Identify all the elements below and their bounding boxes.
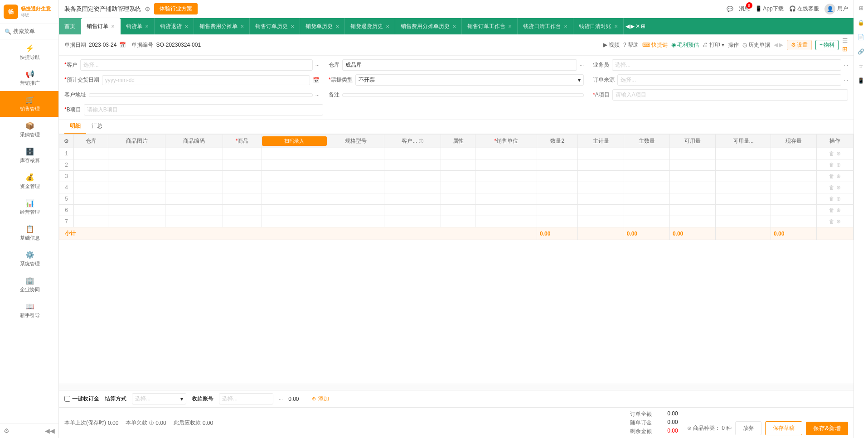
right-panel-btn-5[interactable]: ☆ [855,60,868,72]
add-materials-btn[interactable]: + 物料 [815,40,839,50]
delete-icon[interactable]: 🗑 [829,150,834,157]
account-more-btn[interactable]: ··· [279,396,283,402]
sidebar-item-basic[interactable]: 📋 基础信息 [0,220,58,246]
copy-icon[interactable]: ⊕ [836,173,841,179]
view-mode-btns[interactable]: ☰ ⊞ [842,37,848,53]
tab-summary[interactable]: 汇总 [86,120,108,134]
account-select[interactable]: 选择... [219,393,273,404]
copy-icon[interactable]: ⊕ [836,150,841,157]
copy-icon[interactable]: ⊕ [836,162,841,168]
tab-close-icon[interactable]: ✕ [145,24,149,29]
payment-method-select[interactable]: 选择... ▾ [132,393,186,404]
sidebar-item-sales[interactable]: 🛒 销售管理 [0,91,58,117]
delete-icon[interactable]: 🗑 [829,196,834,202]
right-panel-btn-3[interactable]: 📄 [855,31,868,43]
b-project-input[interactable]: 请输入B项目 [84,104,323,116]
expand-icon[interactable]: ⊞ [641,23,645,29]
customer-more-btn[interactable]: ··· [315,63,320,68]
sidebar-item-purchase[interactable]: 📦 采购管理 [0,117,58,143]
right-panel-btn-6[interactable]: 📱 [855,74,868,87]
tab-close-icon[interactable]: ✕ [386,24,389,29]
sidebar-search[interactable]: 🔍 搜索菜单 [0,24,58,39]
right-panel-btn-4[interactable]: 🔗 [855,45,868,58]
tab-cash-workbench[interactable]: 钱货日清工作台 ✕ [518,18,573,34]
discard-btn[interactable]: 放弃 [735,421,761,435]
tab-sales-order[interactable]: 销售订单 ✕ [81,18,121,34]
tab-close-icon[interactable]: ✕ [564,24,567,29]
list-view-icon[interactable]: ☰ [842,37,848,44]
invoice-select[interactable]: 不开票 ▾ [355,74,584,86]
online-support-btn[interactable]: 🎧 在线客服 [789,5,819,13]
tab-home[interactable]: 首页 [59,18,81,34]
message-btn[interactable]: 💬 9 消息 [727,5,750,13]
tab-detail[interactable]: 明细 [64,120,86,134]
delete-icon[interactable]: 🗑 [829,218,834,225]
tab-sales-return[interactable]: 销货退货 ✕ [155,18,194,34]
copy-icon[interactable]: ⊕ [836,184,841,191]
add-settle-btn[interactable]: ⊕ 添加 [312,395,329,403]
horizontal-scrollbar[interactable] [59,384,853,390]
tab-order-workbench[interactable]: 销售订单工作台 ✕ [462,18,518,34]
view-btn[interactable]: ▶ 视频 [603,41,620,49]
shortcut-btn[interactable]: ⌨ 快捷键 [642,41,668,49]
settings-btn[interactable]: ⚙ 设置 [787,40,812,50]
copy-icon[interactable]: ⊕ [836,218,841,225]
tab-sales-order-history[interactable]: 销售订单历史 ✕ [250,18,300,34]
tab-close-icon[interactable]: ✕ [111,24,115,29]
tab-return-history[interactable]: 销货退货历史 ✕ [345,18,395,34]
one-click-checkbox-input[interactable] [64,396,70,402]
close-all-icon[interactable]: ✕ [635,23,640,29]
tabbar-nav[interactable]: ◀ ▶ ✕ ⊞ [624,23,647,29]
tab-close-icon[interactable]: ✕ [508,24,512,29]
ops-btn[interactable]: 操作 [728,41,739,49]
help-btn[interactable]: ? 帮助 [623,41,639,49]
sidebar-settings-btn[interactable]: ⚙ [4,427,10,434]
save-draft-btn[interactable]: 保存草稿 [765,421,802,435]
tab-expense-history[interactable]: 销售费用分摊单历史 ✕ [395,18,462,34]
tab-close-icon[interactable]: ✕ [335,24,339,29]
calendar-small-icon[interactable]: 📅 [313,77,320,83]
delete-icon[interactable]: 🗑 [829,184,834,191]
chevron-right-icon[interactable]: ▶ [630,23,635,29]
staff-input[interactable]: 选择... [612,59,841,71]
one-click-checkbox[interactable]: 一键收订金 [64,395,99,403]
history-btn[interactable]: ◷ 历史单据 [742,41,770,49]
sidebar-item-operations[interactable]: 📊 经营管理 [0,194,58,220]
delete-icon[interactable]: 🗑 [829,207,834,213]
tab-invoice-history[interactable]: 销货单历史 ✕ [300,18,345,34]
a-project-input[interactable]: 请输入A项目 [612,89,848,101]
tab-close-icon[interactable]: ✕ [291,24,294,29]
copy-icon[interactable]: ⊕ [836,207,841,213]
warehouse-select[interactable]: 成品库 [342,59,577,71]
warehouse-more-btn[interactable]: ··· [580,63,584,68]
tab-close-icon[interactable]: ✕ [184,24,188,29]
sidebar-item-system[interactable]: ⚙️ 系统管理 [0,246,58,272]
grid-view-icon[interactable]: ⊞ [842,45,848,53]
staff-more-btn[interactable]: ··· [844,63,848,68]
sidebar-item-finance[interactable]: 💰 资金管理 [0,168,58,194]
sidebar-item-guide[interactable]: 📖 新手引导 [0,298,58,323]
col-settings[interactable]: ⚙ [59,135,74,148]
right-panel-btn-2[interactable]: 🔒 [855,16,868,29]
delete-icon[interactable]: 🗑 [829,162,834,168]
delete-icon[interactable]: 🗑 [829,173,834,179]
tab-sales-expense[interactable]: 销售费用分摊单 ✕ [194,18,250,34]
customer-input[interactable]: 选择... [80,59,313,71]
sidebar-collapse-btn[interactable]: ◀◀ [45,427,55,434]
delivery-date-input[interactable]: yyyy-mm-dd [102,75,310,85]
tab-cash-reconcile[interactable]: 钱货日清对账 ✕ [573,18,624,34]
copy-icon[interactable]: ⊕ [836,196,841,202]
addr-more-btn[interactable]: ··· [315,92,320,98]
right-panel-btn-1[interactable]: ⊞ [855,2,868,14]
calendar-icon[interactable]: 📅 [119,42,126,48]
topbar-settings-icon[interactable]: ⚙ [145,5,150,13]
save-new-btn[interactable]: 保存&新增 [806,422,848,435]
chevron-left-icon[interactable]: ◀ [626,23,630,29]
user-area[interactable]: 👤 用户 [824,4,848,14]
scan-btn[interactable]: 扫码录入 [262,136,327,146]
tab-close-icon[interactable]: ✕ [614,24,618,29]
note-input[interactable] [342,93,584,97]
customer-addr-input[interactable] [89,93,313,97]
app-download-btn[interactable]: 📱 App下载 [755,5,784,13]
sidebar-item-quick-nav[interactable]: ⚡ 快捷导航 [0,39,58,65]
